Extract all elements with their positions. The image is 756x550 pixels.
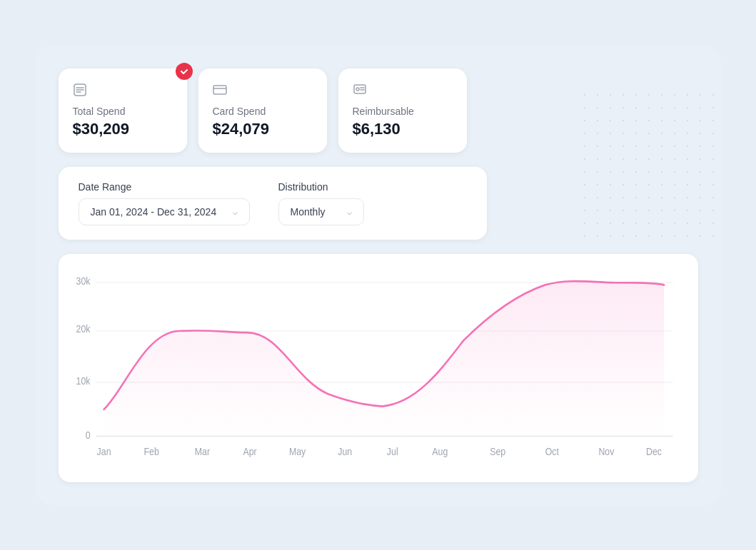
distribution-value: Monthly xyxy=(291,206,326,218)
reimbursable-card: Reimbursable $6,130 xyxy=(338,68,467,153)
date-range-select[interactable]: Jan 01, 2024 - Dec 31, 2024 ⌵ xyxy=(79,198,250,225)
list-icon xyxy=(73,83,170,100)
reimbursable-value: $6,130 xyxy=(353,120,450,138)
chart-inner: 30k 20k 10k 0 xyxy=(70,271,681,471)
svg-point-7 xyxy=(356,88,359,91)
date-range-label: Date Range xyxy=(79,181,250,193)
y-label-30k: 30k xyxy=(76,275,90,287)
x-label-may: May xyxy=(288,446,306,457)
svg-rect-4 xyxy=(213,86,226,94)
distribution-label: Distribution xyxy=(278,181,364,193)
filters-panel: Date Range Jan 01, 2024 - Dec 31, 2024 ⌵… xyxy=(59,167,487,240)
line-chart: 30k 20k 10k 0 xyxy=(70,271,681,471)
x-label-nov: Nov xyxy=(598,446,614,457)
x-label-jun: Jun xyxy=(338,446,352,457)
card-spend-card: Card Spend $24,079 xyxy=(198,68,327,153)
x-label-jul: Jul xyxy=(386,446,398,457)
reimbursable-label: Reimbursable xyxy=(353,106,450,117)
dotted-decoration xyxy=(578,88,721,245)
x-label-dec: Dec xyxy=(645,446,661,457)
total-spend-card: Total Spend $30,209 xyxy=(59,68,187,153)
y-label-10k: 10k xyxy=(76,375,90,387)
badge-icon xyxy=(353,83,450,100)
chart-fill xyxy=(104,281,664,436)
y-label-20k: 20k xyxy=(76,323,90,335)
date-range-value: Jan 01, 2024 - Dec 31, 2024 xyxy=(91,206,217,218)
x-label-apr: Apr xyxy=(243,446,257,457)
x-label-feb: Feb xyxy=(143,446,158,457)
distribution-group: Distribution Monthly ⌵ xyxy=(278,181,364,225)
check-badge xyxy=(176,63,193,80)
card-spend-label: Card Spend xyxy=(213,106,310,117)
card-spend-value: $24,079 xyxy=(213,120,310,138)
distribution-select[interactable]: Monthly ⌵ xyxy=(278,198,364,225)
x-label-oct: Oct xyxy=(545,446,559,457)
chevron-down-icon-2: ⌵ xyxy=(347,207,352,217)
total-spend-label: Total Spend xyxy=(73,106,170,117)
chevron-down-icon: ⌵ xyxy=(233,207,238,217)
x-label-jan: Jan xyxy=(96,446,111,457)
date-range-group: Date Range Jan 01, 2024 - Dec 31, 2024 ⌵ xyxy=(79,181,250,225)
card-icon xyxy=(213,83,310,100)
total-spend-value: $30,209 xyxy=(73,120,170,138)
dashboard: Total Spend $30,209 Card Spend $24,079 xyxy=(36,46,721,505)
chart-container: 30k 20k 10k 0 xyxy=(59,254,698,482)
y-label-0: 0 xyxy=(85,429,90,441)
x-label-sep: Sep xyxy=(490,446,505,457)
x-label-mar: Mar xyxy=(194,446,210,457)
x-label-aug: Aug xyxy=(432,446,448,457)
